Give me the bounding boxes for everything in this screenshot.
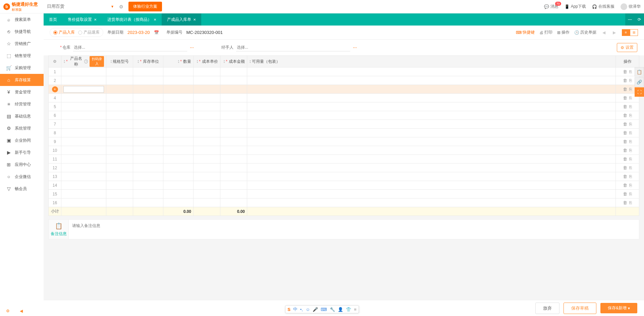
qty-cell[interactable] — [163, 164, 194, 172]
ime-menu-icon[interactable]: ≡ — [354, 307, 357, 312]
table-row[interactable]: 4🗑⎘ — [49, 94, 639, 102]
delete-icon[interactable]: 🗑 — [623, 122, 627, 127]
doc-date-value[interactable]: 2023-03-20 — [127, 30, 150, 35]
spec-cell[interactable] — [106, 164, 133, 172]
qty-cell[interactable] — [163, 190, 194, 198]
table-row[interactable]: 12🗑⎘ — [49, 164, 639, 172]
delete-icon[interactable]: 🗑 — [623, 113, 627, 118]
spec-cell[interactable] — [106, 94, 133, 102]
copy-icon[interactable]: ⎘ — [629, 78, 632, 83]
qty-cell[interactable] — [163, 172, 194, 181]
copy-icon[interactable]: ⎘ — [629, 95, 632, 100]
delete-icon[interactable]: 🗑 — [623, 95, 627, 100]
delete-icon[interactable]: 🗑 — [623, 139, 627, 144]
help-icon[interactable]: ? — [84, 59, 88, 63]
sidebar-item-basic[interactable]: ▤基础信息 — [0, 110, 44, 122]
spec-cell[interactable] — [106, 85, 133, 94]
save-new-button[interactable]: 保存&新增▾ — [600, 303, 637, 313]
settings-icon[interactable]: ⚙ — [6, 309, 10, 313]
unit-cell[interactable] — [133, 190, 163, 198]
table-row[interactable]: 14🗑⎘ — [49, 181, 639, 190]
print-link[interactable]: 🖨打印 — [539, 30, 552, 35]
table-row[interactable]: +🗑⎘ — [49, 85, 639, 94]
sidebar-item-collab[interactable]: ▣企业协同 — [0, 134, 44, 146]
amount-cell[interactable] — [220, 146, 247, 155]
product-name-cell[interactable] — [61, 146, 106, 155]
handler-more-icon[interactable]: ⋯ — [353, 45, 357, 50]
qty-cell[interactable] — [163, 146, 194, 155]
col-price[interactable]: ▲▼*成本单价 — [194, 56, 220, 67]
product-name-cell[interactable] — [61, 94, 106, 102]
available-cell[interactable] — [247, 137, 616, 146]
qty-cell[interactable] — [163, 111, 194, 120]
delete-icon[interactable]: 🗑 — [623, 165, 627, 170]
price-cell[interactable] — [194, 76, 220, 85]
available-cell[interactable] — [247, 172, 616, 181]
tab-product-stockin[interactable]: 产成品入库单✕ — [162, 13, 201, 26]
messages-link[interactable]: 💬 消息 70 — [544, 4, 558, 9]
settings-button[interactable]: ⚙设置 — [617, 43, 637, 52]
spec-cell[interactable] — [106, 137, 133, 146]
unit-cell[interactable] — [133, 94, 163, 102]
qty-cell[interactable] — [163, 67, 194, 76]
unit-cell[interactable] — [133, 164, 163, 172]
table-row[interactable]: 15🗑⎘ — [49, 190, 639, 198]
sidebar-item-search[interactable]: ⌕搜索菜单 — [0, 13, 44, 26]
amount-cell[interactable] — [220, 137, 247, 146]
sidebar-item-inventory[interactable]: ⌂库存核算 — [0, 74, 44, 86]
amount-cell[interactable] — [220, 198, 247, 207]
table-row[interactable]: 7🗑⎘ — [49, 120, 639, 129]
float-link-button[interactable]: 🔗 — [635, 77, 644, 87]
unit-cell[interactable] — [133, 102, 163, 111]
price-cell[interactable] — [194, 164, 220, 172]
unit-cell[interactable] — [133, 146, 163, 155]
ime-voice-icon[interactable]: 🎤 — [313, 307, 318, 312]
handler-input[interactable] — [236, 44, 350, 51]
available-cell[interactable] — [247, 102, 616, 111]
tab-purchase-stats[interactable]: 进货单统计表（按商品）✕ — [102, 13, 162, 26]
table-row[interactable]: 5🗑⎘ — [49, 102, 639, 111]
spec-cell[interactable] — [106, 129, 133, 137]
product-name-cell[interactable] — [61, 181, 106, 190]
delete-icon[interactable]: 🗑 — [623, 200, 627, 205]
available-cell[interactable] — [247, 85, 616, 94]
table-row[interactable]: 10🗑⎘ — [49, 146, 639, 155]
product-name-cell[interactable] — [61, 120, 106, 129]
delete-icon[interactable]: 🗑 — [623, 104, 627, 109]
product-name-cell[interactable] — [61, 129, 106, 137]
user-menu[interactable]: 徐泽华 — [621, 3, 641, 10]
qty-cell[interactable] — [163, 120, 194, 129]
spec-cell[interactable] — [106, 102, 133, 111]
delete-icon[interactable]: 🗑 — [623, 130, 627, 135]
qty-cell[interactable] — [163, 137, 194, 146]
table-row[interactable]: 6🗑⎘ — [49, 111, 639, 120]
tab-price-settings[interactable]: 售价提取设置✕ — [62, 13, 102, 26]
table-row[interactable]: 16🗑⎘ — [49, 198, 639, 207]
copy-icon[interactable]: ⎘ — [629, 148, 632, 153]
product-name-cell[interactable] — [61, 102, 106, 111]
amount-cell[interactable] — [220, 155, 247, 164]
copy-icon[interactable]: ⎘ — [629, 130, 632, 135]
copy-icon[interactable]: ⎘ — [629, 174, 632, 179]
price-cell[interactable] — [194, 137, 220, 146]
available-cell[interactable] — [247, 129, 616, 137]
remarks-tab[interactable]: 📋 备注信息 — [49, 220, 69, 239]
unit-cell[interactable] — [133, 111, 163, 120]
product-name-cell[interactable] — [61, 76, 106, 85]
unit-cell[interactable] — [133, 67, 163, 76]
history-link[interactable]: 🕓历史单据 — [574, 30, 596, 35]
qty-cell[interactable] — [163, 94, 194, 102]
copy-icon[interactable]: ⎘ — [629, 104, 632, 109]
spec-cell[interactable] — [106, 172, 133, 181]
sidebar-item-member[interactable]: ▽畅会员 — [0, 183, 44, 195]
spec-cell[interactable] — [106, 190, 133, 198]
product-name-cell[interactable] — [61, 190, 106, 198]
price-cell[interactable] — [194, 111, 220, 120]
ime-person-icon[interactable]: 👤 — [338, 307, 343, 312]
app-download-link[interactable]: 📱 App下载 — [565, 4, 586, 9]
tabs-refresh-button[interactable]: ⟳ — [635, 13, 644, 26]
available-cell[interactable] — [247, 120, 616, 129]
available-cell[interactable] — [247, 198, 616, 207]
table-row[interactable]: 11🗑⎘ — [49, 155, 639, 164]
remarks-input[interactable] — [69, 220, 639, 239]
